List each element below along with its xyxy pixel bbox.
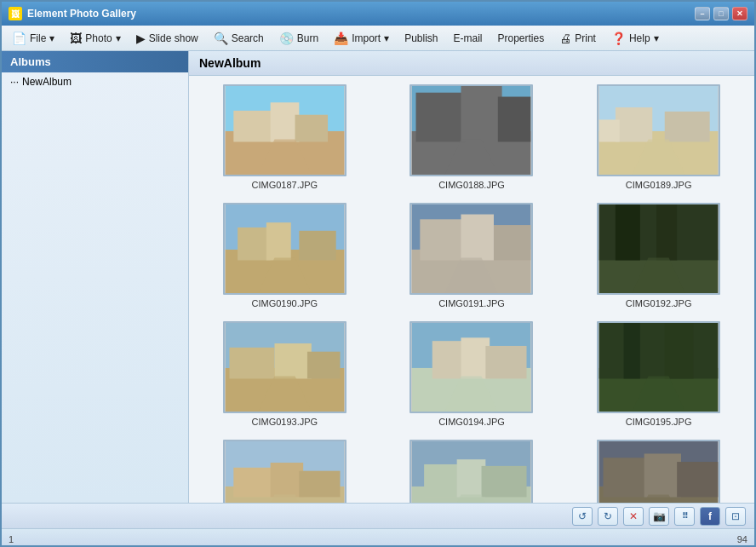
list-item[interactable]: CIMG0192.JPG bbox=[571, 203, 746, 308]
svg-rect-57 bbox=[270, 463, 303, 497]
menu-publish[interactable]: Publish bbox=[398, 30, 444, 47]
photo-thumbnail[interactable] bbox=[223, 203, 346, 295]
photo-thumbnail[interactable] bbox=[223, 440, 346, 503]
menu-slideshow[interactable]: ▶ Slide show bbox=[129, 29, 205, 48]
photo-icon: 🖼 bbox=[70, 32, 82, 45]
menu-email[interactable]: E-mail bbox=[447, 30, 490, 47]
svg-rect-64 bbox=[482, 466, 527, 498]
rotate-ccw-button[interactable]: ↺ bbox=[572, 507, 593, 526]
photo-thumbnail[interactable] bbox=[223, 84, 346, 176]
photo-thumbnail[interactable] bbox=[410, 203, 533, 295]
photo-filename: CIMG0190.JPG bbox=[252, 298, 318, 308]
menu-photo[interactable]: 🖼 Photo ▾ bbox=[63, 29, 127, 48]
list-item[interactable]: CIMG0194.JPG bbox=[385, 321, 559, 427]
svg-rect-39 bbox=[274, 343, 311, 378]
photo-filename: CIMG0189.JPG bbox=[626, 180, 692, 190]
list-item[interactable]: CIMG0188.JPG bbox=[385, 84, 559, 190]
app-icon: 🖼 bbox=[9, 7, 22, 20]
photo-thumbnail[interactable] bbox=[597, 440, 720, 503]
photo-thumbnail[interactable] bbox=[597, 321, 720, 413]
more-button[interactable]: ⠿ bbox=[674, 507, 695, 526]
svg-rect-51 bbox=[624, 323, 640, 378]
bottom-toolbar: ↺ ↻ ✕ 📷 ⠿ f ⊡ bbox=[2, 503, 754, 528]
list-item[interactable]: CIMG0189.JPG bbox=[571, 84, 746, 190]
menu-import[interactable]: 📥 Import ▾ bbox=[327, 29, 396, 48]
photo-thumbnail[interactable] bbox=[410, 321, 533, 413]
status-bar: 1 94 bbox=[2, 528, 754, 547]
menu-bar: 📄 File ▾ 🖼 Photo ▾ ▶ Slide show 🔍 Search… bbox=[2, 26, 754, 51]
svg-rect-69 bbox=[644, 453, 681, 497]
svg-rect-68 bbox=[604, 458, 649, 497]
minimize-button[interactable]: – bbox=[695, 7, 710, 20]
fit-button[interactable]: ⊡ bbox=[725, 507, 746, 526]
photo-scroll[interactable]: CIMG0187.JPG CIMG0188.JPG CIMG0189.JPG bbox=[189, 76, 754, 503]
svg-rect-26 bbox=[421, 219, 466, 260]
svg-rect-46 bbox=[486, 346, 527, 379]
photo-count: 94 bbox=[737, 534, 747, 544]
svg-rect-50 bbox=[599, 323, 719, 378]
photo-filename: CIMG0194.JPG bbox=[438, 417, 505, 427]
delete-button[interactable]: ✕ bbox=[623, 507, 644, 526]
svg-rect-16 bbox=[599, 119, 620, 141]
menu-help[interactable]: ❓ Help ▾ bbox=[604, 29, 666, 48]
menu-file[interactable]: 📄 File ▾ bbox=[5, 29, 61, 48]
search-icon: 🔍 bbox=[214, 32, 228, 45]
list-item[interactable]: CIMG0193.JPG bbox=[198, 321, 372, 427]
svg-rect-44 bbox=[432, 341, 466, 378]
svg-rect-45 bbox=[461, 337, 490, 378]
svg-rect-9 bbox=[461, 86, 502, 141]
menu-search[interactable]: 🔍 Search bbox=[207, 29, 271, 48]
list-item[interactable]: CIMG0190.JPG bbox=[198, 203, 372, 308]
svg-rect-28 bbox=[494, 225, 530, 260]
list-item[interactable]: CIMG0195.JPG bbox=[571, 321, 746, 427]
list-item[interactable]: CIMG0197.JPG bbox=[385, 440, 559, 503]
svg-rect-21 bbox=[266, 222, 291, 260]
list-item[interactable]: CIMG0187.JPG bbox=[198, 84, 372, 190]
svg-rect-27 bbox=[461, 215, 495, 261]
photo-filename: CIMG0195.JPG bbox=[626, 417, 692, 427]
print-icon: 🖨 bbox=[559, 32, 571, 45]
list-item[interactable]: CIMG0198.JPG bbox=[571, 440, 746, 503]
photo-thumbnail[interactable] bbox=[597, 203, 720, 295]
photo-thumbnail[interactable] bbox=[597, 84, 720, 176]
photo-grid: CIMG0187.JPG CIMG0188.JPG CIMG0189.JPG bbox=[198, 84, 746, 503]
svg-rect-3 bbox=[270, 102, 299, 141]
photo-thumbnail[interactable] bbox=[223, 321, 346, 413]
svg-rect-33 bbox=[616, 204, 640, 260]
main-area: Albums ··· NewAlbum NewAlbum CIMG0187.JP… bbox=[2, 51, 754, 503]
svg-rect-58 bbox=[299, 471, 340, 498]
close-button[interactable]: ✕ bbox=[732, 7, 747, 20]
content-area: NewAlbum CIMG0187.JPG CIMG0188.JPG bbox=[189, 51, 754, 503]
svg-rect-10 bbox=[498, 97, 531, 142]
svg-rect-14 bbox=[616, 107, 652, 141]
photo-filename: CIMG0192.JPG bbox=[626, 298, 692, 308]
menu-print[interactable]: 🖨 Print bbox=[553, 29, 603, 48]
album-title: NewAlbum bbox=[189, 51, 754, 76]
photo-filename: CIMG0188.JPG bbox=[438, 180, 505, 190]
photo-thumbnail[interactable] bbox=[410, 84, 533, 176]
svg-rect-4 bbox=[295, 115, 328, 142]
photo-filename: CIMG0191.JPG bbox=[438, 298, 505, 308]
camera-button[interactable]: 📷 bbox=[649, 507, 669, 526]
rotate-cw-button[interactable]: ↻ bbox=[598, 507, 618, 526]
sidebar: Albums ··· NewAlbum bbox=[2, 51, 189, 503]
svg-rect-8 bbox=[416, 93, 466, 142]
list-item[interactable]: CIMG0191.JPG bbox=[385, 203, 559, 308]
svg-rect-63 bbox=[457, 459, 486, 497]
svg-rect-22 bbox=[299, 231, 335, 261]
sidebar-header: Albums bbox=[2, 51, 188, 72]
svg-rect-56 bbox=[233, 468, 274, 498]
svg-rect-2 bbox=[233, 111, 274, 142]
photo-thumbnail[interactable] bbox=[410, 440, 533, 503]
page-number: 1 bbox=[9, 534, 14, 544]
maximize-button[interactable]: □ bbox=[713, 7, 729, 20]
file-icon: 📄 bbox=[12, 32, 26, 45]
menu-burn[interactable]: 💿 Burn bbox=[272, 29, 325, 48]
facebook-button[interactable]: f bbox=[700, 507, 720, 526]
svg-rect-70 bbox=[677, 462, 718, 497]
svg-rect-38 bbox=[229, 348, 274, 379]
list-item[interactable]: CIMG0196.JPG bbox=[198, 440, 372, 503]
sidebar-item-newalbum[interactable]: ··· NewAlbum bbox=[2, 72, 188, 91]
menu-properties[interactable]: Properties bbox=[491, 30, 552, 47]
title-bar: 🖼 Element Photo Gallery – □ ✕ bbox=[2, 2, 754, 26]
